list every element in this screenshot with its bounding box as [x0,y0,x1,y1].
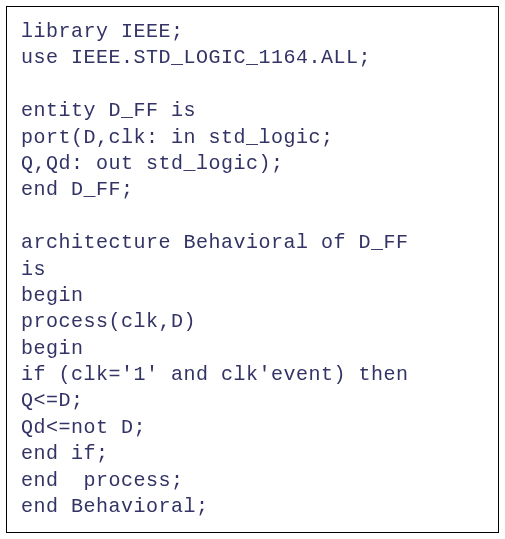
code-line: is [21,258,46,281]
code-line: Qd<=not D; [21,416,146,439]
code-line: end if; [21,442,109,465]
code-line: if (clk='1' and clk'event) then [21,363,409,386]
code-line: port(D,clk: in std_logic; [21,126,334,149]
code-line: Q,Qd: out std_logic); [21,152,284,175]
code-line: library IEEE; [21,20,184,43]
code-line: end D_FF; [21,178,134,201]
code-line: process(clk,D) [21,310,196,333]
vhdl-code-block: library IEEE; use IEEE.STD_LOGIC_1164.AL… [21,19,484,520]
code-line: architecture Behavioral of D_FF [21,231,409,254]
code-container: library IEEE; use IEEE.STD_LOGIC_1164.AL… [6,6,499,533]
code-line: entity D_FF is [21,99,196,122]
code-line: Q<=D; [21,389,84,412]
code-line: begin [21,284,84,307]
code-line: use IEEE.STD_LOGIC_1164.ALL; [21,46,371,69]
code-line: begin [21,337,84,360]
code-line: end process; [21,469,184,492]
code-line: end Behavioral; [21,495,209,518]
